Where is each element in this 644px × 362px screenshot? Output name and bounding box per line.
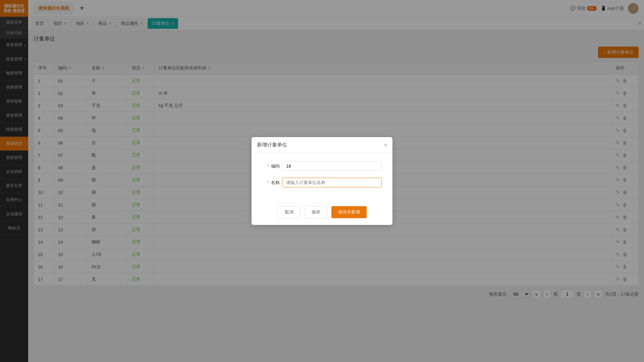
modal-footer: 取消 保存 保存并新增	[252, 202, 392, 225]
code-label: * 编码	[262, 163, 282, 169]
name-label-text: 名称	[271, 180, 280, 185]
add-unit-modal: 新增计量单位 × * 编码 * 名称 取消 保存 保存并新增	[252, 137, 392, 225]
form-row-code: * 编码	[262, 161, 382, 171]
modal-close-button[interactable]: ×	[384, 142, 387, 148]
save-and-new-button[interactable]: 保存并新增	[331, 206, 367, 218]
modal-title: 新增计量单位	[257, 142, 287, 148]
modal-overlay: 新增计量单位 × * 编码 * 名称 取消 保存 保存并新增	[0, 0, 644, 362]
name-input[interactable]	[282, 178, 382, 187]
code-label-text: 编码	[271, 164, 280, 169]
modal-header: 新增计量单位 ×	[252, 137, 392, 153]
code-input[interactable]	[282, 161, 382, 171]
name-label: * 名称	[262, 180, 282, 186]
save-button[interactable]: 保存	[305, 206, 327, 218]
required-mark-name: *	[267, 180, 269, 185]
form-row-name: * 名称	[262, 178, 382, 187]
cancel-button[interactable]: 取消	[278, 206, 301, 218]
required-mark-code: *	[267, 164, 269, 169]
modal-body: * 编码 * 名称	[252, 153, 392, 202]
